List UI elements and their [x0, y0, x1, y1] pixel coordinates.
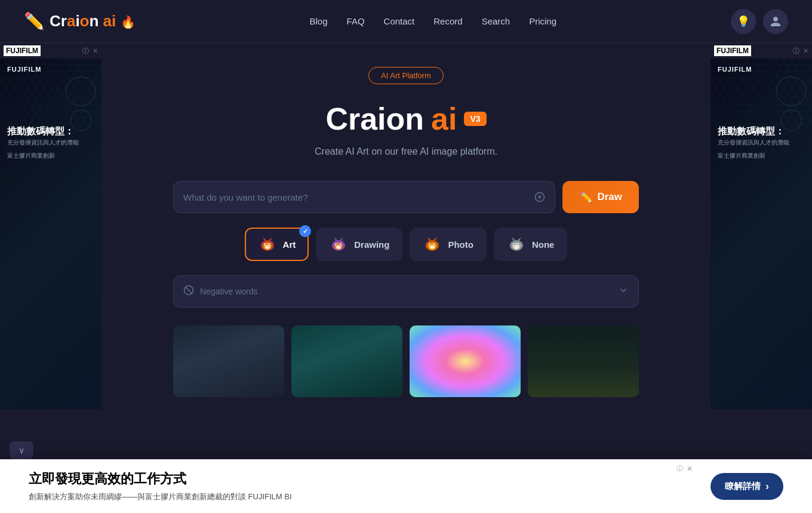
- left-ad-brand: FUJIFILM: [4, 45, 41, 56]
- none-tab-label: None: [532, 239, 555, 250]
- hero-version-badge: V3: [464, 112, 486, 126]
- right-ad-close-button[interactable]: ✕: [803, 47, 808, 55]
- nav-links: Blog FAQ Contact Record Search Pricing: [310, 16, 557, 27]
- nav-pricing[interactable]: Pricing: [529, 16, 556, 26]
- svg-point-36: [518, 244, 519, 245]
- navigation: ✏️ Craion ai 🔥 Blog FAQ Contact Record S…: [0, 0, 812, 43]
- svg-line-40: [186, 287, 192, 293]
- negative-words-expand-button[interactable]: [618, 285, 629, 299]
- style-tabs: ✓ Art: [245, 228, 568, 261]
- style-tab-drawing[interactable]: Drawing: [316, 228, 402, 261]
- draw-icon: ✏️: [579, 191, 592, 204]
- nav-record[interactable]: Record: [433, 16, 462, 26]
- left-ad-panel: FUJIFILM ⓘ ✕ FUJIFILM 推動數碼轉型： 充分發揮資訊與人才的…: [0, 43, 102, 409]
- logo-text: Craion ai 🔥: [50, 12, 136, 30]
- drawing-tab-icon: [329, 235, 348, 254]
- none-tab-icon: [507, 235, 526, 254]
- art-tab-label: Art: [283, 239, 296, 250]
- nav-blog[interactable]: Blog: [310, 16, 328, 26]
- search-input-wrapper: [173, 181, 555, 213]
- svg-marker-29: [433, 237, 437, 241]
- light-toggle-button[interactable]: 💡: [731, 9, 756, 34]
- hero-title-ai: ai: [431, 101, 457, 137]
- svg-marker-38: [518, 237, 521, 241]
- left-ad-close-button[interactable]: ✕: [93, 47, 98, 55]
- nav-contact[interactable]: Contact: [384, 16, 415, 26]
- main-content: FUJIFILM ⓘ ✕ FUJIFILM 推動數碼轉型： 充分發揮資訊與人才的…: [0, 43, 812, 409]
- draw-button-label: Draw: [597, 191, 622, 203]
- right-ad-info-icon: ⓘ: [793, 47, 799, 56]
- left-ad-header: FUJIFILM ⓘ ✕: [0, 43, 102, 59]
- right-ad-brand: FUJIFILM: [714, 45, 751, 56]
- prompt-input[interactable]: [183, 192, 534, 202]
- svg-point-18: [341, 244, 342, 245]
- gallery-item-3[interactable]: [410, 325, 521, 397]
- draw-button[interactable]: ✏️ Draw: [562, 181, 639, 213]
- svg-point-27: [435, 244, 436, 245]
- svg-point-8: [264, 244, 266, 245]
- svg-point-35: [513, 244, 515, 245]
- svg-point-23: [430, 245, 435, 249]
- hero-subtitle: Create AI Art on our free AI image platf…: [315, 146, 497, 157]
- right-ad-panel: FUJIFILM ⓘ ✕ FUJIFILM 推動數碼轉型： 充分發揮資訊與人才的…: [710, 43, 812, 409]
- svg-point-32: [514, 245, 519, 249]
- art-check-badge: ✓: [299, 225, 311, 237]
- negative-words-bar: Negative words: [173, 275, 639, 308]
- left-ad-subtitle: 充分發揮資訊與人才的潛能: [7, 138, 79, 147]
- center-area: AI Art Platform Craion ai V3 Create AI A…: [102, 43, 710, 409]
- svg-point-17: [336, 244, 337, 245]
- svg-point-9: [269, 244, 270, 245]
- clear-input-button[interactable]: [534, 192, 545, 202]
- nav-search[interactable]: Search: [482, 16, 510, 26]
- svg-marker-10: [263, 237, 266, 241]
- hero-title: Craion ai V3: [325, 101, 486, 137]
- left-ad-body: FUJIFILM 推動數碼轉型： 充分發揮資訊與人才的潛能 富士膠片商業創新: [0, 59, 102, 409]
- svg-marker-11: [269, 237, 272, 241]
- svg-point-14: [336, 245, 341, 249]
- style-tab-art[interactable]: ✓ Art: [245, 228, 309, 261]
- negative-words-icon: [183, 285, 194, 299]
- nav-right: 💡: [731, 9, 788, 34]
- svg-point-5: [265, 245, 270, 249]
- platform-badge: AI Art Platform: [368, 67, 444, 84]
- drawing-tab-label: Drawing: [354, 239, 389, 250]
- search-container: ✏️ Draw: [173, 181, 639, 213]
- right-ad-tagline: 富士膠片商業創新: [718, 152, 765, 160]
- left-ad-info-icon: ⓘ: [82, 47, 89, 56]
- svg-marker-28: [427, 237, 431, 241]
- gallery-item-1[interactable]: [173, 325, 284, 397]
- nav-faq[interactable]: FAQ: [347, 16, 365, 26]
- hero-title-craion: Craion: [325, 101, 424, 137]
- left-ad-tagline: 富士膠片商業創新: [7, 152, 55, 160]
- svg-marker-19: [334, 237, 337, 241]
- gallery-item-4[interactable]: [528, 325, 639, 397]
- gallery-item-2[interactable]: [291, 325, 402, 397]
- right-ad-body: FUJIFILM 推動數碼轉型： 充分發揮資訊與人才的潛能 富士膠片商業創新: [710, 59, 812, 409]
- svg-marker-37: [512, 237, 515, 241]
- gallery: [173, 325, 639, 397]
- style-tab-none[interactable]: None: [494, 228, 568, 261]
- svg-marker-20: [340, 237, 343, 241]
- user-button[interactable]: [763, 9, 788, 34]
- right-ad-header: FUJIFILM ⓘ ✕: [710, 43, 812, 59]
- photo-tab-icon: [423, 235, 442, 254]
- svg-point-26: [430, 244, 431, 245]
- negative-words-label: Negative words: [200, 287, 612, 296]
- logo-icon-left: ✏️: [24, 11, 45, 31]
- art-tab-icon: [258, 235, 277, 254]
- logo-link[interactable]: ✏️ Craion ai 🔥: [24, 11, 136, 31]
- style-tab-photo[interactable]: Photo: [410, 228, 487, 261]
- photo-tab-label: Photo: [448, 239, 473, 250]
- right-ad-subtitle: 充分發揮資訊與人才的潛能: [718, 138, 789, 147]
